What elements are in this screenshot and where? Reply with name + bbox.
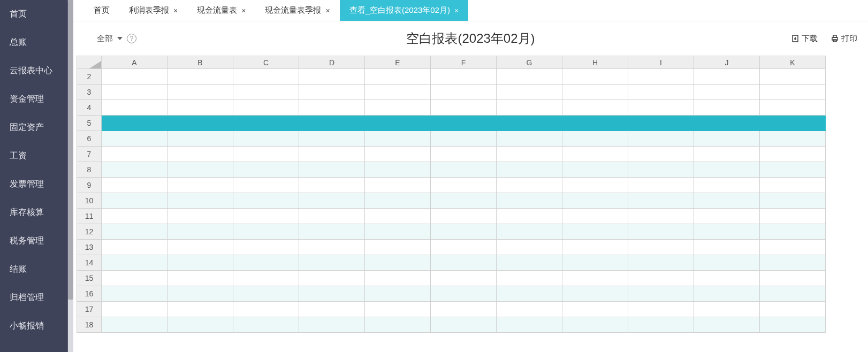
cell[interactable] xyxy=(233,100,299,116)
cell[interactable] xyxy=(628,302,694,317)
cell[interactable] xyxy=(365,85,431,100)
column-header[interactable]: A xyxy=(102,56,167,69)
cell[interactable] xyxy=(628,162,694,178)
cell[interactable] xyxy=(299,85,365,100)
cell[interactable] xyxy=(102,302,167,317)
cell[interactable] xyxy=(299,100,365,116)
cell[interactable] xyxy=(102,317,167,333)
sidebar-item-ledger[interactable]: 总账 xyxy=(0,28,67,57)
cell[interactable] xyxy=(167,131,233,147)
cell[interactable] xyxy=(233,240,299,255)
cell[interactable] xyxy=(167,85,233,100)
sidebar-item-archive[interactable]: 归档管理 xyxy=(0,284,67,312)
cell[interactable] xyxy=(365,255,431,271)
cell[interactable] xyxy=(233,162,299,178)
cell[interactable] xyxy=(431,193,497,209)
cell[interactable] xyxy=(299,255,365,271)
cell[interactable] xyxy=(299,193,365,209)
cell[interactable] xyxy=(694,178,760,193)
cell[interactable] xyxy=(497,209,562,224)
spreadsheet-grid[interactable]: ABCDEFGHIJK23456789101112131415161718 xyxy=(77,56,826,333)
cell[interactable] xyxy=(431,209,497,224)
column-header[interactable]: K xyxy=(760,56,826,69)
cell[interactable] xyxy=(694,116,760,131)
cell[interactable] xyxy=(365,209,431,224)
cell[interactable] xyxy=(102,85,167,100)
cell[interactable] xyxy=(694,317,760,333)
cell[interactable] xyxy=(299,302,365,317)
cell[interactable] xyxy=(628,255,694,271)
cell[interactable] xyxy=(299,209,365,224)
column-header[interactable]: J xyxy=(694,56,760,69)
row-header[interactable]: 9 xyxy=(77,178,102,193)
cell[interactable] xyxy=(365,271,431,286)
cell[interactable] xyxy=(497,85,562,100)
cell[interactable] xyxy=(694,286,760,302)
cell[interactable] xyxy=(365,286,431,302)
cell[interactable] xyxy=(365,240,431,255)
row-header[interactable]: 12 xyxy=(77,224,102,240)
row-header[interactable]: 18 xyxy=(77,317,102,333)
cell[interactable] xyxy=(694,162,760,178)
help-icon[interactable]: ? xyxy=(127,34,136,43)
row-header[interactable]: 8 xyxy=(77,162,102,178)
cell[interactable] xyxy=(299,178,365,193)
column-header[interactable]: I xyxy=(628,56,694,69)
cell[interactable] xyxy=(628,131,694,147)
row-header[interactable]: 10 xyxy=(77,193,102,209)
cell[interactable] xyxy=(562,286,628,302)
sidebar-item-cloud-report[interactable]: 云报表中心 xyxy=(0,57,67,85)
cell[interactable] xyxy=(694,209,760,224)
cell[interactable] xyxy=(562,255,628,271)
cell[interactable] xyxy=(562,240,628,255)
cell[interactable] xyxy=(431,224,497,240)
cell[interactable] xyxy=(233,302,299,317)
cell[interactable] xyxy=(694,224,760,240)
cell[interactable] xyxy=(760,302,826,317)
row-header[interactable]: 5 xyxy=(77,116,102,131)
cell[interactable] xyxy=(760,178,826,193)
cell[interactable] xyxy=(694,271,760,286)
cell[interactable] xyxy=(233,131,299,147)
cell[interactable] xyxy=(365,302,431,317)
cell[interactable] xyxy=(497,100,562,116)
sidebar-item-funds[interactable]: 资金管理 xyxy=(0,85,67,113)
tab-profit-quarterly[interactable]: 利润表季报 × xyxy=(119,0,187,21)
cell[interactable] xyxy=(497,193,562,209)
row-header[interactable]: 13 xyxy=(77,240,102,255)
sidebar-item-invoice[interactable]: 发票管理 xyxy=(0,170,67,198)
cell[interactable] xyxy=(760,147,826,162)
sidebar-item-home[interactable]: 首页 xyxy=(0,0,67,28)
cell[interactable] xyxy=(562,162,628,178)
cell[interactable] xyxy=(497,131,562,147)
cell[interactable] xyxy=(760,240,826,255)
row-header[interactable]: 4 xyxy=(77,100,102,116)
cell[interactable] xyxy=(628,116,694,131)
sidebar-item-expense[interactable]: 小畅报销 xyxy=(0,312,67,340)
sidebar-item-tax[interactable]: 税务管理 xyxy=(0,227,67,255)
column-header[interactable]: C xyxy=(233,56,299,69)
download-button[interactable]: 下载 xyxy=(791,34,818,44)
cell[interactable] xyxy=(102,147,167,162)
cell[interactable] xyxy=(431,100,497,116)
cell[interactable] xyxy=(299,147,365,162)
cell[interactable] xyxy=(497,116,562,131)
row-header[interactable]: 15 xyxy=(77,271,102,286)
spreadsheet-area[interactable]: ABCDEFGHIJK23456789101112131415161718 xyxy=(73,56,868,352)
cell[interactable] xyxy=(299,162,365,178)
close-icon[interactable]: × xyxy=(454,6,459,15)
cell[interactable] xyxy=(694,100,760,116)
cell[interactable] xyxy=(233,116,299,131)
cell[interactable] xyxy=(497,178,562,193)
cell[interactable] xyxy=(167,178,233,193)
column-header[interactable]: H xyxy=(562,56,628,69)
cell[interactable] xyxy=(102,193,167,209)
cell[interactable] xyxy=(167,286,233,302)
tab-cashflow-quarterly[interactable]: 现金流量表季报 × xyxy=(255,0,339,21)
cell[interactable] xyxy=(431,178,497,193)
cell[interactable] xyxy=(102,224,167,240)
cell[interactable] xyxy=(431,85,497,100)
cell[interactable] xyxy=(497,271,562,286)
cell[interactable] xyxy=(431,271,497,286)
cell[interactable] xyxy=(299,317,365,333)
